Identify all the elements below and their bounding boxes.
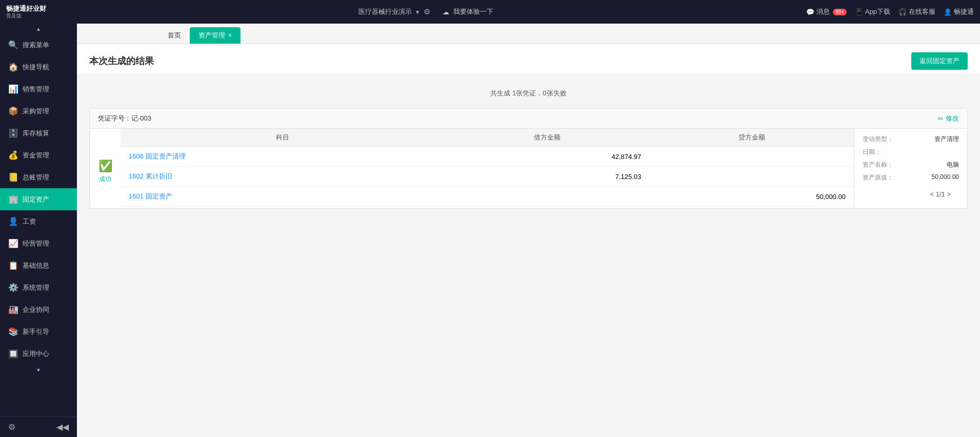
user-icon: 👤 bbox=[944, 8, 952, 16]
sidebar-label-guide: 新手引导 bbox=[23, 327, 49, 336]
operations-icon: 📈 bbox=[8, 239, 18, 248]
sales-icon: 📊 bbox=[8, 84, 18, 94]
logo-title: 畅捷通好业财 bbox=[6, 5, 46, 13]
tab-home[interactable]: 首页 bbox=[159, 27, 190, 44]
pagination[interactable]: < 1/1 > bbox=[863, 186, 959, 202]
content-area: 首页 资产管理 × 本次生成的结果 返回固定资产 共生成 1张凭证，0张失败 凭… bbox=[77, 24, 980, 437]
app-download-btn[interactable]: 📱 App下载 bbox=[855, 7, 890, 16]
voucher-number: 凭证字号：记-003 bbox=[98, 114, 151, 123]
row1-account: 1606 固定资产清理 bbox=[121, 147, 445, 167]
success-label: 成功 bbox=[99, 175, 111, 184]
top-header: 畅捷通好业财 普及版 医疗器械行业演示 ▾ ⚙ ☁ 我要体验一下 💬 消息 99… bbox=[0, 0, 980, 24]
collapse-sidebar-icon[interactable]: ◀◀ bbox=[56, 422, 69, 432]
voucher-content: ✅ 成功 科目 借方金额 贷方金额 bbox=[90, 129, 967, 208]
trial-label[interactable]: 我要体验一下 bbox=[453, 7, 493, 16]
sidebar-item-payroll[interactable]: 👤 工资 bbox=[0, 210, 77, 232]
success-check-icon: ✅ bbox=[98, 160, 112, 173]
sidebar-item-app-center[interactable]: 🔲 应用中心 bbox=[0, 343, 77, 365]
system-icon: ⚙️ bbox=[8, 283, 18, 292]
settings-icon[interactable]: ⚙ bbox=[8, 422, 15, 432]
row2-credit bbox=[649, 167, 854, 187]
sidebar-item-system[interactable]: ⚙️ 系统管理 bbox=[0, 276, 77, 299]
basic-info-icon: 📋 bbox=[8, 261, 18, 270]
company-name: 医疗器械行业演示 bbox=[358, 7, 412, 16]
voucher-edit-btn[interactable]: ✏ 修改 bbox=[938, 114, 959, 123]
table-row: 1606 固定资产清理 42,874.97 bbox=[121, 147, 854, 167]
sidebar-item-sales[interactable]: 📊 销售管理 bbox=[0, 78, 77, 100]
table-row: 1602 累计折旧 7,125.03 bbox=[121, 167, 854, 187]
voucher-header: 凭证字号：记-003 ✏ 修改 bbox=[90, 109, 967, 129]
sidebar-item-quick-nav[interactable]: 🏠 快捷导航 bbox=[0, 56, 77, 78]
main-layout: ▲ 🔍 搜索菜单 🏠 快捷导航 📊 销售管理 📦 采购管理 🗄️ 库存核算 💰 … bbox=[0, 24, 980, 437]
sidebar-item-guide[interactable]: 📚 新手引导 bbox=[0, 321, 77, 343]
pagination-text: < 1/1 > bbox=[930, 190, 951, 198]
status-column: ✅ 成功 bbox=[90, 129, 121, 208]
online-service-btn[interactable]: 🎧 在线客服 bbox=[898, 7, 935, 16]
tab-asset-management[interactable]: 资产管理 × bbox=[190, 27, 241, 44]
side-panel-change-type: 变动类型： 资产清理 bbox=[863, 135, 959, 144]
sidebar-item-fixed-asset[interactable]: 🏢 固定资产 bbox=[0, 188, 77, 210]
user-btn[interactable]: 👤 畅捷通 bbox=[944, 7, 974, 16]
logo-subtitle: 普及版 bbox=[6, 13, 46, 19]
change-type-label: 变动类型： bbox=[863, 135, 893, 144]
asset-value-value: 50,000.00 bbox=[932, 173, 959, 182]
search-icon: 🔍 bbox=[8, 40, 18, 50]
app-center-icon: 🔲 bbox=[8, 349, 18, 359]
edit-icon: ✏ bbox=[938, 115, 944, 123]
sidebar-item-basic-info[interactable]: 📋 基础信息 bbox=[0, 254, 77, 276]
asset-name-value: 电脑 bbox=[947, 161, 959, 169]
sidebar-label-ledger: 总账管理 bbox=[23, 173, 49, 182]
mobile-icon: 📱 bbox=[855, 8, 863, 16]
home-icon: 🏠 bbox=[8, 62, 18, 72]
sidebar-scroll-down[interactable]: ▼ bbox=[0, 365, 77, 375]
table-row: 1601 固定资产 50,000.00 bbox=[121, 187, 854, 207]
close-tab-icon[interactable]: × bbox=[228, 32, 232, 39]
headset-icon: 🎧 bbox=[898, 8, 907, 16]
date-label: 日期： bbox=[863, 148, 881, 156]
sidebar-label-fixed-asset: 固定资产 bbox=[23, 195, 49, 204]
sidebar-scroll-up[interactable]: ▲ bbox=[0, 24, 77, 34]
sidebar-item-purchase[interactable]: 📦 采购管理 bbox=[0, 100, 77, 122]
edit-label: 修改 bbox=[946, 114, 959, 123]
finance-icon: 💰 bbox=[8, 150, 18, 160]
notifications-badge: 99+ bbox=[833, 9, 847, 15]
chevron-down-icon[interactable]: ▾ bbox=[416, 8, 419, 16]
sidebar-label-app-center: 应用中心 bbox=[23, 349, 49, 359]
purchase-icon: 📦 bbox=[8, 106, 18, 116]
sidebar-label-search: 搜索菜单 bbox=[23, 41, 49, 50]
sidebar-bottom: ⚙ ◀◀ bbox=[0, 416, 77, 437]
row3-account: 1601 固定资产 bbox=[121, 187, 445, 207]
sidebar-label-sales: 销售管理 bbox=[23, 85, 49, 94]
home-tab-label: 首页 bbox=[168, 31, 181, 40]
sidebar-item-enterprise[interactable]: 🏭 企业协同 bbox=[0, 299, 77, 321]
nav-tabs: 首页 资产管理 × bbox=[77, 24, 980, 44]
sidebar-label-quick-nav: 快捷导航 bbox=[23, 63, 49, 72]
notifications-label: 消息 bbox=[816, 7, 830, 16]
header-center: 医疗器械行业演示 ▾ ⚙ ☁ 我要体验一下 bbox=[358, 7, 493, 16]
sidebar-label-operations: 经营管理 bbox=[23, 239, 49, 248]
sidebar-label-enterprise: 企业协同 bbox=[23, 305, 49, 314]
row3-credit: 50,000.00 bbox=[649, 187, 854, 207]
guide-icon: 📚 bbox=[8, 327, 18, 336]
result-summary: 共生成 1张凭证，0张失败 bbox=[89, 83, 968, 104]
row1-debit: 42,874.97 bbox=[445, 147, 650, 167]
sidebar-label-finance: 资金管理 bbox=[23, 151, 49, 160]
return-button[interactable]: 返回固定资产 bbox=[911, 52, 968, 70]
gear-icon[interactable]: ⚙ bbox=[424, 7, 430, 16]
asset-name-label: 资产名称： bbox=[863, 161, 893, 169]
th-debit: 借方金额 bbox=[445, 129, 650, 147]
bell-icon: 💬 bbox=[806, 8, 814, 16]
asset-tab-label: 资产管理 bbox=[198, 31, 225, 40]
sidebar-item-inventory[interactable]: 🗄️ 库存核算 bbox=[0, 122, 77, 144]
side-panel-asset-value: 资产原值： 50,000.00 bbox=[863, 173, 959, 182]
voucher-table: 科目 借方金额 贷方金额 1606 固定资产清理 42,874.97 bbox=[121, 129, 854, 208]
row3-debit bbox=[445, 187, 650, 207]
header-right: 💬 消息 99+ 📱 App下载 🎧 在线客服 👤 畅捷通 bbox=[806, 7, 974, 16]
th-credit: 贷方金额 bbox=[649, 129, 854, 147]
sidebar-item-ledger[interactable]: 📒 总账管理 bbox=[0, 166, 77, 188]
sidebar-item-search[interactable]: 🔍 搜索菜单 bbox=[0, 34, 77, 56]
sidebar-item-finance[interactable]: 💰 资金管理 bbox=[0, 144, 77, 166]
notifications-btn[interactable]: 💬 消息 99+ bbox=[806, 7, 847, 16]
sidebar-item-operations[interactable]: 📈 经营管理 bbox=[0, 232, 77, 254]
page-title: 本次生成的结果 bbox=[89, 55, 154, 67]
